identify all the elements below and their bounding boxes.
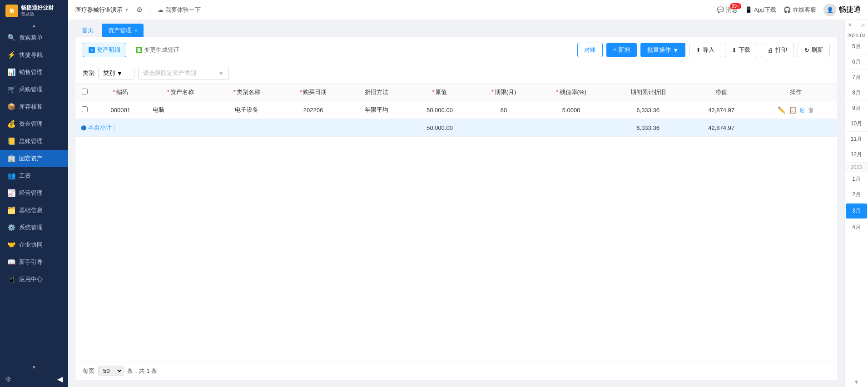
topbar-settings-icon[interactable]: ⚙ <box>136 5 143 14</box>
user-name: 畅捷通 <box>839 5 861 15</box>
cal-month-6[interactable]: 6月 <box>845 55 868 70</box>
copy-icon[interactable]: 📋 <box>789 106 797 114</box>
message-badge: 99+ <box>730 3 741 9</box>
sidebar-item-capital[interactable]: 💰 资金管理 <box>0 115 68 133</box>
sidebar-item-app-center[interactable]: 📱 应用中心 <box>0 271 68 288</box>
cal-month-12[interactable]: 12月 <box>845 147 868 163</box>
category-filter-label: 类别 <box>83 69 94 77</box>
table-body: 000001 电脑 电子设备 202206 年限平均 50,000.00 60 … <box>75 101 837 137</box>
category-arrow-icon: ▼ <box>218 70 224 77</box>
tab-close-icon[interactable]: × <box>134 28 137 33</box>
refresh-button[interactable]: ↻ 刷新 <box>798 43 830 57</box>
topbar-online-service-btn[interactable]: 🎧 在线客服 <box>784 6 816 14</box>
sidebar-item-label: 企业协同 <box>19 241 43 249</box>
th-depreciation-method: 折旧方法 <box>346 84 407 101</box>
right-panel: ✕ ⤢ 2023.03 5月 6月 7月 8月 9月 10月 11月 12月 2… <box>844 20 868 387</box>
sidebar-item-purchase[interactable]: 🛒 采购管理 <box>0 81 68 98</box>
sidebar-item-search-menu[interactable]: 🔍 搜索菜单 <box>0 29 68 46</box>
topbar-company-selector[interactable]: 医疗器械行业演示 ▼ <box>75 6 129 14</box>
table-row: 000001 电脑 电子设备 202206 年限平均 50,000.00 60 … <box>75 101 837 119</box>
calendar-nav-down-icon[interactable]: ▼ <box>854 379 859 385</box>
cal-month-10[interactable]: 10月 <box>845 116 868 132</box>
reconcile-button[interactable]: 对账 <box>577 43 603 57</box>
cal-month-2[interactable]: 2月 <box>845 187 868 203</box>
sidebar-item-enterprise[interactable]: 🤝 企业协同 <box>0 236 68 253</box>
delete-icon[interactable]: 🗑 <box>808 106 814 114</box>
batch-ops-button[interactable]: 批量操作 ▼ <box>640 43 685 57</box>
search-menu-icon: 🔍 <box>7 34 15 42</box>
sidebar-item-label: 库存核算 <box>19 103 43 111</box>
cal-month-3-current[interactable]: 3月 <box>846 203 867 219</box>
table-container: *编码 *资产名称 *类别名称 *购买日期 折旧方法 *原值 *期限(月) *残… <box>75 84 837 362</box>
subtotal-accumulated: 6,333.36 <box>607 119 689 137</box>
print-button[interactable]: 🖨 打印 <box>761 43 794 57</box>
new-button[interactable]: + 新增 <box>606 43 637 57</box>
tab-home[interactable]: 首页 <box>75 24 100 37</box>
th-checkbox <box>75 84 94 101</box>
experience-label: 我要体验一下 <box>165 6 201 14</box>
asset-detail-icon: ≡ <box>89 47 95 53</box>
sidebar-item-ledger[interactable]: 📒 总账管理 <box>0 133 68 150</box>
sidebar-scroll-up[interactable]: ▲ <box>0 22 68 29</box>
cal-month-1[interactable]: 1月 <box>845 172 868 187</box>
toolbar: ≡ 资产明细 📄 变更生成凭证 对账 + 新增 <box>75 37 837 63</box>
home-tab-label: 首页 <box>82 26 94 35</box>
td-category: 电子设备 <box>213 101 280 119</box>
duplicate-icon[interactable]: ⎘ <box>800 106 804 114</box>
cal-month-11[interactable]: 11月 <box>845 132 868 147</box>
filter-row: 类别 类别 ▼ 请选择固定资产类别 ▼ <box>75 63 837 84</box>
message-icon: 💬 <box>717 6 724 13</box>
sidebar-header: 畅 畅捷通好业财 普及版 <box>0 0 68 22</box>
cal-month-4[interactable]: 4月 <box>845 220 868 235</box>
row-checkbox[interactable] <box>82 106 88 112</box>
topbar-app-download-btn[interactable]: 📱 App下载 <box>745 6 776 14</box>
panel-close-icon[interactable]: ✕ <box>848 22 852 28</box>
sidebar-item-operations[interactable]: 📈 经营管理 <box>0 184 68 202</box>
cloud-icon: ☁ <box>158 6 164 13</box>
app-center-icon: 📱 <box>7 275 15 283</box>
sidebar-item-system[interactable]: ⚙️ 系统管理 <box>0 219 68 236</box>
print-label: 打印 <box>775 46 787 54</box>
topbar-divider <box>150 5 150 15</box>
subtotal-label-text: 本页小计： <box>88 124 118 132</box>
cal-month-7[interactable]: 7月 <box>845 70 868 85</box>
sidebar-scroll-down[interactable]: ▼ <box>0 364 68 371</box>
sidebar-item-guide[interactable]: 📖 新手引导 <box>0 253 68 271</box>
td-name: 电脑 <box>147 101 213 119</box>
download-button[interactable]: ⬇ 下载 <box>725 43 757 57</box>
th-net-value: 净值 <box>689 84 754 101</box>
cal-month-8[interactable]: 8月 <box>845 85 868 101</box>
sidebar-item-inventory[interactable]: 📦 库存核算 <box>0 98 68 115</box>
sidebar-item-label: 应用中心 <box>19 275 43 283</box>
sub-tab-change-voucher[interactable]: 📄 变更生成凭证 <box>130 43 185 57</box>
calendar-scroll[interactable]: 5月 6月 7月 8月 9月 10月 11月 12月 2023 1月 2月 3月… <box>845 39 868 377</box>
settings-icon[interactable]: ⚙ <box>5 376 11 383</box>
sidebar-item-sales[interactable]: 📊 销售管理 <box>0 64 68 81</box>
sub-tab-asset-detail[interactable]: ≡ 资产明细 <box>83 43 126 57</box>
sidebar-item-quick-nav[interactable]: ⚡ 快捷导航 <box>0 46 68 64</box>
cal-month-5[interactable]: 5月 <box>845 39 868 55</box>
reconcile-label: 对账 <box>584 46 596 54</box>
cal-month-9[interactable]: 9月 <box>845 101 868 116</box>
tab-asset-management[interactable]: 资产管理 × <box>102 24 144 37</box>
category-value-select[interactable]: 请选择固定资产类别 ▼ <box>138 67 229 79</box>
sidebar-item-label: 搜索菜单 <box>19 34 43 42</box>
sidebar-item-payroll[interactable]: 👥 工资 <box>0 167 68 184</box>
sidebar-item-fixed-assets[interactable]: 🏢 固定资产 <box>0 150 68 167</box>
per-page-select[interactable]: 50 10 20 100 <box>98 366 124 376</box>
category-type-select[interactable]: 类别 ▼ <box>98 67 134 79</box>
calendar-nav: ▼ <box>845 377 868 387</box>
th-actions: 操作 <box>754 84 837 101</box>
edit-icon[interactable]: ✏️ <box>778 106 785 114</box>
collapse-icon[interactable]: ◀ <box>57 375 63 383</box>
topbar-user[interactable]: 👤 畅捷通 <box>823 4 861 16</box>
th-category: *类别名称 <box>213 84 280 101</box>
topbar-message-btn[interactable]: 💬 消息 99+ <box>717 6 738 14</box>
sidebar-item-label: 系统管理 <box>19 223 43 232</box>
sidebar-item-base-info[interactable]: 🗂️ 基础信息 <box>0 202 68 219</box>
td-depreciation-method: 年限平均 <box>346 101 407 119</box>
topbar-experience-btn[interactable]: ☁ 我要体验一下 <box>158 6 201 14</box>
select-all-checkbox[interactable] <box>82 89 88 94</box>
export-button[interactable]: ⬆ 导入 <box>689 43 721 57</box>
panel-expand-icon[interactable]: ⤢ <box>861 22 865 28</box>
